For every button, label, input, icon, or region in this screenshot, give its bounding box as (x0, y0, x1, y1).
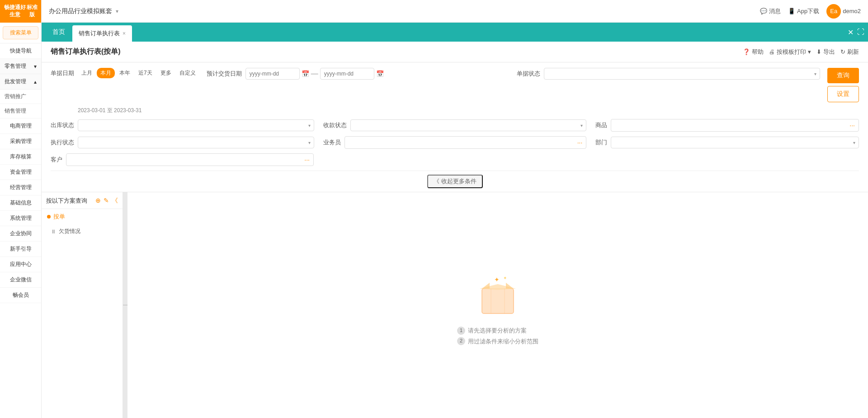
search-menu-button[interactable]: 搜索菜单 (3, 26, 38, 39)
date-tab-current-month[interactable]: 本月 (97, 68, 115, 78)
delivery-select-wrapper: ▾ (78, 119, 314, 131)
refresh-button[interactable]: ↻ 刷新 (840, 48, 859, 56)
sidebar-item-basics[interactable]: 基础信息 (0, 195, 41, 211)
date-tab-more[interactable]: 更多 (157, 68, 175, 78)
exec-select-wrapper: ▾ (78, 137, 314, 148)
settings-button[interactable]: 设置 (827, 86, 859, 102)
sidebar-item-quick-nav[interactable]: 快捷导航 (0, 43, 41, 59)
product-group: 商品 ··· (595, 119, 859, 132)
payment-status-select[interactable] (350, 119, 587, 131)
tab-close-button[interactable]: × (123, 30, 126, 37)
salesperson-ellipsis[interactable]: ··· (577, 139, 583, 146)
sidebar-item-finance[interactable]: 资金管理 (0, 165, 41, 180)
print-button[interactable]: 🖨 按模板打印 ▾ (769, 48, 811, 56)
bill-status-label: 单据状态 (517, 70, 540, 78)
sidebar-item-retail[interactable]: 零售管理 ▾ (0, 59, 41, 74)
step-num-1: 1 (457, 327, 465, 335)
filter-row-1: 单据日期 上月 本月 本年 近7天 更多 自定义 预计交货日期 (51, 68, 859, 102)
action-buttons: 查询 设置 (827, 68, 859, 102)
customer-ellipsis[interactable]: ··· (304, 156, 310, 163)
page-actions: ❓ 帮助 🖨 按模板打印 ▾ ⬇ 导出 ↻ 刷新 (743, 48, 859, 62)
empty-step-2: 2 用过滤条件来缩小分析范围 (457, 336, 538, 347)
help-label: 帮助 (752, 48, 764, 56)
sidebar-item-purchase[interactable]: 采购管理 (0, 134, 41, 149)
product-ellipsis[interactable]: ··· (849, 122, 855, 129)
refresh-icon: ↻ (840, 48, 845, 55)
date-tabs: 上月 本月 本年 近7天 更多 自定义 (78, 68, 199, 78)
sidebar-item-inventory[interactable]: 库存核算 (0, 149, 41, 165)
date-tab-7days[interactable]: 近7天 (135, 68, 156, 78)
sidebar-item-appstore[interactable]: 应用中心 (0, 257, 41, 272)
plan-sub-item-shortage[interactable]: ⏸ 欠货情况 (42, 224, 123, 238)
product-label: 商品 (595, 121, 607, 129)
sidebar-item-enterprise[interactable]: 企业协同 (0, 226, 41, 242)
customer-input[interactable]: ··· (66, 153, 314, 166)
date-tab-prev-month[interactable]: 上月 (78, 68, 96, 78)
message-icon: 💬 (760, 8, 767, 14)
filter-row-3: 执行状态 ▾ 业务员 ··· (51, 136, 859, 149)
print-label: 按模板打印 (777, 48, 806, 56)
collapse-handle-icon: | (123, 304, 128, 306)
exec-status-group: 执行状态 ▾ (51, 137, 314, 148)
app-download-button[interactable]: 📱 App下载 (788, 7, 819, 15)
exec-status-select[interactable] (78, 137, 314, 148)
sidebar-sub-item-marketing[interactable]: 营销推广 (0, 90, 41, 104)
edit-plan-icon[interactable]: ✎ (104, 197, 109, 205)
end-date-input[interactable] (320, 68, 374, 80)
collapse-panel-icon[interactable]: 《 (112, 197, 118, 205)
sidebar-sub-item-sales[interactable]: 销售管理 (0, 104, 41, 119)
workspace-arrow[interactable]: ▾ (116, 8, 118, 14)
collapse-button[interactable]: 《 收起更多条件 (427, 175, 483, 188)
bill-status-select-wrapper: ▾ (544, 68, 820, 80)
main-split: 按以下方案查询 ⊕ ✎ 《 按单 ⏸ 欠货情况 (42, 192, 868, 418)
maximize-icon[interactable]: ⛶ (857, 28, 864, 36)
tab-bar: 首页 销售订单执行表 × ✕ ⛶ (42, 23, 868, 42)
print-arrow: ▾ (808, 48, 811, 55)
empty-text: 1 请先选择要分析的方案 2 用过滤条件来缩小分析范围 (457, 325, 538, 347)
dept-select[interactable] (611, 137, 859, 148)
dept-label: 部门 (595, 138, 607, 147)
tab-sales-order[interactable]: 销售订单执行表 × (72, 25, 132, 42)
salesperson-input[interactable]: ··· (344, 136, 587, 149)
sidebar-item-newbie[interactable]: 新手引导 (0, 242, 41, 257)
help-icon: ❓ (743, 48, 750, 55)
sidebar-item-wholesale[interactable]: 批发管理 ▴ (0, 74, 41, 90)
svg-rect-0 (482, 289, 514, 314)
bill-status-select[interactable] (544, 68, 820, 80)
tab-home[interactable]: 首页 (45, 23, 72, 42)
delivery-status-label: 出库状态 (51, 121, 74, 129)
sidebar-item-wechat[interactable]: 企业微信 (0, 272, 41, 288)
add-plan-icon[interactable]: ⊕ (95, 197, 101, 205)
user-avatar-area[interactable]: Ea demo2 (826, 4, 861, 19)
end-date-icon[interactable]: 📅 (376, 70, 384, 77)
right-panel: ✦ ✦ 1 请先选择要分析的方案 (127, 192, 868, 418)
sidebar-item-system[interactable]: 系统管理 (0, 211, 41, 226)
plan-item-by-order[interactable]: 按单 (42, 209, 123, 224)
collapse-row: 《 收起更多条件 (51, 171, 859, 192)
product-input[interactable]: ··· (611, 119, 859, 132)
start-date-icon[interactable]: 📅 (302, 70, 309, 77)
page-header: 销售订单执行表(按单) ❓ 帮助 🖨 按模板打印 ▾ ⬇ 导出 ↻ 刷新 (42, 42, 868, 62)
sidebar-item-ecommerce[interactable]: 电商管理 (0, 119, 41, 134)
sidebar-item-operations[interactable]: 经营管理 (0, 180, 41, 195)
message-label: 消息 (769, 7, 781, 15)
tab-label: 销售订单执行表 (79, 29, 120, 38)
message-button[interactable]: 💬 消息 (760, 7, 781, 15)
step-2-label: 用过滤条件来缩小分析范围 (468, 336, 538, 347)
customer-group: 客户 ··· (51, 153, 314, 166)
start-date-input[interactable] (245, 68, 300, 80)
refresh-label: 刷新 (847, 48, 859, 56)
date-tab-year[interactable]: 本年 (116, 68, 134, 78)
left-panel-collapse-handle[interactable]: | (123, 192, 127, 418)
delivery-status-select[interactable] (78, 119, 314, 131)
collapse-label: 收起更多条件 (441, 177, 476, 185)
export-button[interactable]: ⬇ 导出 (816, 48, 835, 56)
left-panel: 按以下方案查询 ⊕ ✎ 《 按单 ⏸ 欠货情况 (42, 192, 123, 418)
date-tab-custom[interactable]: 自定义 (176, 68, 199, 78)
sidebar-item-member[interactable]: 畅会员 (0, 288, 41, 303)
close-window-icon[interactable]: ✕ (848, 28, 854, 37)
help-button[interactable]: ❓ 帮助 (743, 48, 764, 56)
query-button[interactable]: 查询 (827, 68, 859, 83)
empty-illustration: ✦ ✦ (471, 264, 525, 318)
expected-date-group: 预计交货日期 📅 — 📅 (207, 68, 510, 80)
